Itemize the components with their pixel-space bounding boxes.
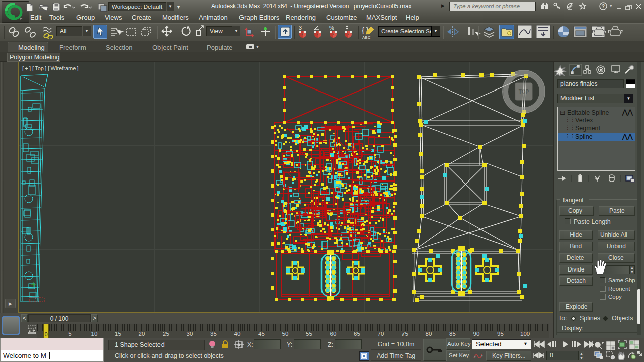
svg-text:TOP: TOP	[519, 89, 529, 95]
svg-text:%: %	[329, 25, 334, 31]
svg-text:?: ?	[602, 4, 605, 9]
svg-text:{: {	[362, 26, 364, 34]
svg-text:ABC: ABC	[362, 35, 371, 40]
svg-text:3: 3	[299, 25, 302, 31]
